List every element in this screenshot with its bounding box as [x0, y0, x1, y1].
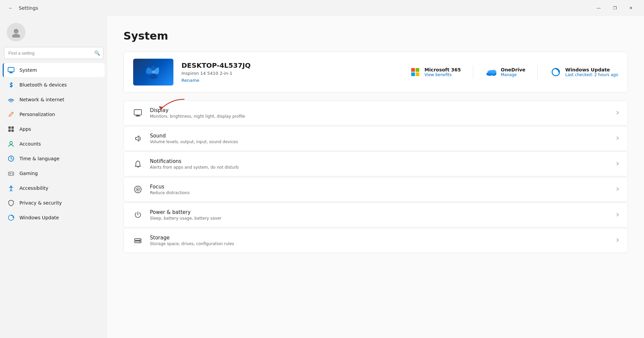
avatar — [7, 23, 25, 42]
page-title: System — [123, 30, 628, 42]
service-windows-update[interactable]: Windows Update Last checked: 2 hours ago — [550, 65, 618, 79]
search-box[interactable]: 🔍 — [4, 47, 103, 59]
service-microsoft365[interactable]: Microsoft 365 View benefits — [409, 65, 461, 79]
privacy-nav-icon — [7, 199, 15, 207]
close-button[interactable]: ✕ — [623, 3, 639, 13]
minimize-button[interactable]: — — [591, 3, 606, 13]
accessibility-nav-label: Accessibility — [19, 185, 48, 191]
sound-desc: Volume levels, output, input, sound devi… — [150, 139, 609, 144]
svg-rect-21 — [416, 68, 419, 72]
system-nav-icon — [7, 66, 15, 74]
focus-icon — [132, 183, 144, 195]
onedrive-label: OneDrive — [501, 67, 525, 72]
microsoft365-icon — [409, 66, 421, 78]
onedrive-sub: Manage — [501, 72, 525, 77]
sidebar-item-personalization[interactable]: Personalization — [3, 107, 105, 121]
sep2 — [537, 65, 538, 79]
svg-rect-2 — [8, 67, 14, 72]
window-controls: — ❐ ✕ — [591, 3, 639, 13]
settings-item-storage[interactable]: StorageStorage space, drives, configurat… — [123, 228, 628, 253]
power-label: Power & battery — [150, 209, 609, 215]
winupdate-label: Windows Update — [565, 67, 618, 72]
privacy-nav-label: Privacy & security — [19, 200, 62, 206]
focus-desc: Reduce distractions — [150, 190, 609, 195]
sound-icon — [132, 132, 144, 145]
time-nav-label: Time & language — [19, 156, 59, 161]
accessibility-nav-icon — [7, 184, 15, 192]
notifications-desc: Alerts from apps and system, do not dist… — [150, 165, 609, 170]
sidebar-item-system[interactable]: System — [3, 63, 105, 77]
svg-point-0 — [14, 29, 18, 34]
settings-item-power[interactable]: Power & batterySleep, battery usage, bat… — [123, 203, 628, 227]
sidebar-item-accessibility[interactable]: Accessibility — [3, 181, 105, 195]
device-card: DESKTOP-4L537JQ Inspiron 14 5410 2-in-1 … — [123, 52, 628, 93]
svg-rect-7 — [11, 126, 14, 129]
svg-rect-4 — [9, 73, 13, 73]
svg-point-13 — [12, 173, 12, 174]
svg-point-5 — [11, 102, 12, 103]
settings-item-focus[interactable]: FocusReduce distractions — [123, 177, 628, 202]
titlebar: ← Settings — ❐ ✕ — [0, 0, 644, 16]
bluetooth-nav-label: Bluetooth & devices — [19, 82, 67, 88]
display-desc: Monitors, brightness, night light, displ… — [150, 114, 609, 119]
sidebar-item-time[interactable]: Time & language — [3, 152, 105, 166]
device-services: Microsoft 365 View benefits — [409, 65, 618, 79]
sep1 — [473, 65, 473, 79]
sidebar-item-gaming[interactable]: Gaming — [3, 166, 105, 180]
sidebar-item-network[interactable]: Network & internet — [3, 93, 105, 107]
svg-point-19 — [152, 70, 155, 74]
svg-rect-9 — [11, 129, 14, 132]
svg-rect-8 — [8, 129, 11, 132]
svg-rect-23 — [416, 72, 419, 76]
settings-item-notifications[interactable]: NotificationsAlerts from apps and system… — [123, 152, 628, 176]
settings-item-sound[interactable]: SoundVolume levels, output, input, sound… — [123, 126, 628, 151]
personalization-nav-label: Personalization — [19, 112, 55, 117]
gaming-nav-label: Gaming — [19, 171, 38, 176]
sidebar-item-privacy[interactable]: Privacy & security — [3, 196, 105, 210]
maximize-button[interactable]: ❐ — [607, 3, 623, 13]
notifications-label: Notifications — [150, 158, 609, 164]
apps-nav-icon — [7, 125, 15, 133]
service-onedrive[interactable]: OneDrive Manage — [485, 65, 525, 79]
svg-point-1 — [12, 34, 20, 38]
device-info: DESKTOP-4L537JQ Inspiron 14 5410 2-in-1 … — [181, 61, 401, 83]
personalization-nav-icon — [7, 111, 15, 118]
app-body: 🔍 SystemBluetooth & devicesNetwork & int… — [0, 16, 644, 338]
system-nav-label: System — [19, 67, 37, 73]
svg-marker-17 — [12, 217, 14, 218]
microsoft365-sub: View benefits — [425, 72, 461, 77]
svg-rect-31 — [136, 115, 140, 116]
svg-rect-6 — [8, 126, 11, 129]
search-input[interactable] — [4, 47, 103, 59]
sidebar-item-update[interactable]: Windows Update — [3, 211, 105, 225]
display-icon — [132, 107, 144, 119]
device-name: DESKTOP-4L537JQ — [181, 61, 401, 69]
storage-text: StorageStorage space, drives, configurat… — [150, 235, 609, 246]
power-chevron-icon — [615, 213, 620, 218]
sidebar-item-accounts[interactable]: Accounts — [3, 137, 105, 151]
sound-label: Sound — [150, 133, 609, 139]
bluetooth-nav-icon — [7, 81, 15, 89]
back-button[interactable]: ← — [5, 3, 16, 13]
storage-chevron-icon — [615, 238, 620, 243]
sidebar-item-bluetooth[interactable]: Bluetooth & devices — [3, 78, 105, 92]
storage-icon — [132, 234, 144, 246]
apps-nav-label: Apps — [19, 126, 31, 132]
device-rename-link[interactable]: Rename — [181, 78, 199, 83]
settings-item-display[interactable]: DisplayMonitors, brightness, night light… — [123, 101, 628, 125]
onedrive-icon — [485, 66, 497, 78]
svg-rect-30 — [134, 110, 142, 115]
display-label: Display — [150, 107, 609, 113]
svg-rect-3 — [10, 72, 12, 73]
display-chevron-icon — [615, 111, 620, 116]
svg-rect-20 — [411, 68, 415, 72]
winupdate-sub: Last checked: 2 hours ago — [565, 72, 618, 77]
accounts-nav-label: Accounts — [19, 141, 41, 147]
storage-desc: Storage space, drives, configuration rul… — [150, 241, 609, 246]
power-icon — [132, 209, 144, 221]
sidebar-item-apps[interactable]: Apps — [3, 122, 105, 136]
svg-point-40 — [140, 242, 140, 242]
focus-label: Focus — [150, 184, 609, 190]
notifications-text: NotificationsAlerts from apps and system… — [150, 158, 609, 170]
main-content: System DESKTOP-4L537JQ Inspiron 14 5410 … — [107, 16, 644, 338]
